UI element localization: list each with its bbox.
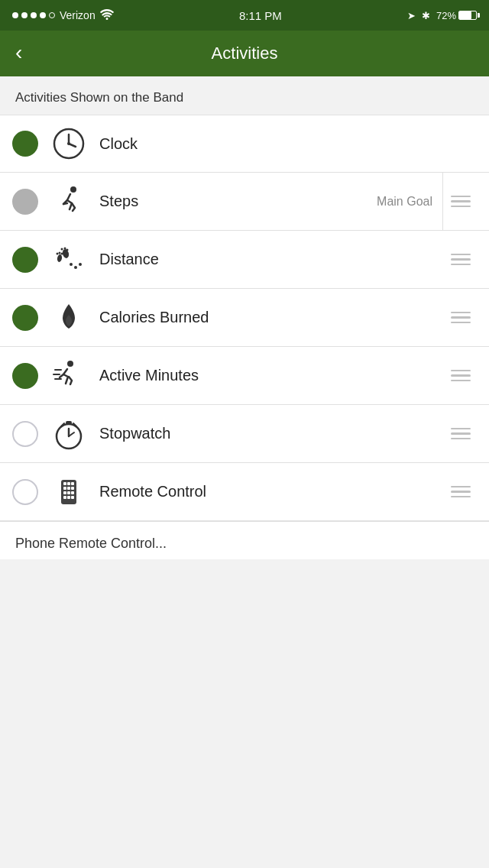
drag-line: [451, 428, 471, 430]
drag-line: [451, 312, 471, 314]
drag-line: [451, 316, 471, 319]
svg-point-6: [57, 254, 63, 262]
activity-name-calories: Calories Burned: [99, 309, 445, 326]
divider: [442, 173, 443, 230]
svg-rect-38: [71, 496, 74, 499]
drag-handle-remote[interactable]: [445, 480, 477, 504]
svg-point-16: [67, 361, 73, 367]
status-right: ➤ ✱ 72%: [407, 10, 477, 21]
svg-rect-30: [63, 487, 66, 490]
wifi-icon: [100, 9, 114, 22]
list-item[interactable]: Steps Main Goal: [0, 173, 489, 231]
page-title: Activities: [212, 44, 278, 63]
section-header: Activities Shown on the Band: [0, 76, 489, 115]
svg-point-9: [66, 248, 69, 251]
bluetooth-icon: ✱: [422, 10, 430, 21]
drag-line: [451, 264, 471, 266]
activity-name-distance: Distance: [99, 251, 445, 268]
list-item[interactable]: Clock: [0, 115, 489, 173]
drag-handle-distance[interactable]: [445, 248, 477, 272]
list-item[interactable]: Calories Burned: [0, 289, 489, 347]
svg-rect-35: [71, 491, 74, 494]
svg-point-8: [64, 247, 66, 249]
svg-point-14: [74, 266, 77, 269]
drag-line: [451, 380, 471, 382]
list-item[interactable]: Stopwatch: [0, 405, 489, 463]
status-bar: Verizon 8:11 PM ➤ ✱ 72%: [0, 0, 489, 31]
svg-point-11: [59, 251, 61, 254]
drag-line: [451, 370, 471, 372]
drag-line: [451, 486, 471, 488]
battery-container: 72%: [436, 10, 477, 21]
drag-line: [451, 491, 471, 493]
drag-handle-calories[interactable]: [445, 306, 477, 330]
drag-line: [451, 258, 471, 261]
svg-point-4: [70, 186, 76, 193]
list-item[interactable]: Active Minutes: [0, 347, 489, 405]
svg-rect-33: [63, 491, 66, 494]
svg-rect-28: [67, 482, 70, 485]
calories-icon: [49, 298, 89, 338]
steps-icon: [49, 182, 89, 222]
dot-5: [49, 12, 55, 18]
drag-line: [451, 322, 471, 324]
svg-point-12: [61, 252, 63, 254]
activity-name-remote: Remote Control: [99, 483, 445, 500]
main-goal-label: Main Goal: [377, 195, 432, 209]
clock-icon: [49, 124, 89, 164]
toggle-circle-distance[interactable]: [12, 247, 38, 273]
svg-point-15: [79, 263, 82, 266]
svg-rect-31: [67, 487, 70, 490]
toggle-circle-calories[interactable]: [12, 305, 38, 331]
drag-handle-active-minutes[interactable]: [445, 364, 477, 388]
list-item[interactable]: Remote Control: [0, 463, 489, 521]
toggle-circle-stopwatch[interactable]: [12, 421, 38, 447]
active-minutes-icon: [49, 356, 89, 396]
battery-fill: [459, 11, 471, 19]
drag-line: [451, 374, 471, 377]
dot-3: [31, 12, 37, 18]
carrier-label: Verizon: [60, 9, 96, 21]
svg-point-13: [70, 263, 73, 266]
battery-icon: [458, 11, 477, 20]
svg-point-10: [57, 252, 59, 254]
partial-item-text: Phone Remote Control...: [0, 521, 489, 559]
battery-pct-label: 72%: [436, 10, 456, 21]
svg-point-3: [67, 142, 70, 145]
svg-rect-27: [63, 482, 66, 485]
svg-rect-36: [63, 496, 66, 499]
status-left: Verizon: [12, 9, 114, 22]
activity-name-active-minutes: Active Minutes: [99, 367, 445, 384]
drag-line: [451, 196, 471, 198]
activity-name-steps: Steps: [99, 193, 377, 210]
svg-rect-34: [67, 491, 70, 494]
drag-handle-stopwatch[interactable]: [445, 422, 477, 446]
remote-control-icon: [49, 472, 89, 512]
nav-bar: ‹ Activities: [0, 31, 489, 76]
dot-1: [12, 12, 18, 18]
dot-4: [40, 12, 46, 18]
list-item[interactable]: Distance: [0, 231, 489, 289]
svg-rect-29: [71, 482, 74, 485]
signal-dots: [12, 12, 55, 18]
svg-point-7: [61, 248, 63, 250]
drag-line: [451, 432, 471, 435]
drag-line: [451, 206, 471, 208]
toggle-circle-steps[interactable]: [12, 189, 38, 215]
drag-line: [451, 496, 471, 498]
time-display: 8:11 PM: [239, 9, 282, 22]
activity-name-clock: Clock: [99, 135, 477, 153]
toggle-circle-remote[interactable]: [12, 479, 38, 505]
toggle-circle-clock[interactable]: [12, 131, 38, 157]
drag-line: [451, 438, 471, 440]
location-icon: ➤: [407, 10, 416, 21]
svg-rect-37: [67, 496, 70, 499]
activity-name-stopwatch: Stopwatch: [99, 425, 445, 442]
toggle-circle-active-minutes[interactable]: [12, 363, 38, 389]
drag-handle-steps[interactable]: [445, 189, 477, 214]
stopwatch-icon: [49, 414, 89, 454]
svg-rect-32: [71, 487, 74, 490]
dot-2: [21, 12, 28, 18]
back-button[interactable]: ‹: [15, 42, 22, 63]
distance-icon: [49, 240, 89, 280]
